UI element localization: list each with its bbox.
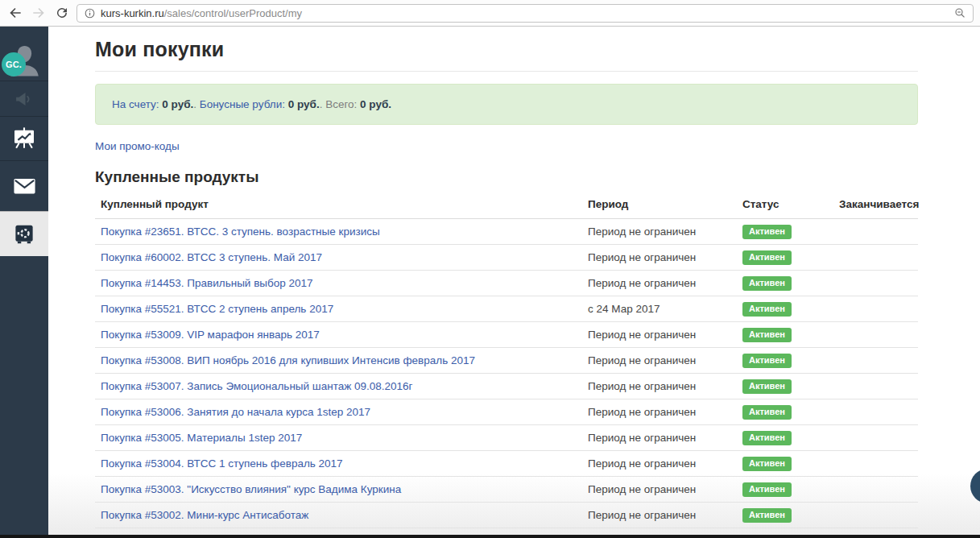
title-divider <box>95 71 918 72</box>
ends-cell <box>833 477 918 503</box>
sidebar-item-announcements[interactable] <box>0 81 48 116</box>
product-link[interactable]: Покупка #53007. Запись Эмоциональный шан… <box>101 380 412 392</box>
product-link[interactable]: Покупка #14453. Правильный выбор 2017 <box>101 277 313 289</box>
account-balance-link[interactable]: На счету: <box>112 98 159 110</box>
site-info-icon[interactable] <box>84 7 96 19</box>
product-link[interactable]: Покупка #53006. Занятия до начала курса … <box>101 406 370 418</box>
product-link[interactable]: Покупка #55521. ВТСС 2 ступень апрель 20… <box>101 303 333 315</box>
forward-button[interactable] <box>30 4 48 22</box>
table-row: Покупка #53008. ВИП ноябрь 2016 для купи… <box>95 348 918 374</box>
back-arrow-icon <box>7 5 23 21</box>
ends-cell <box>833 425 918 451</box>
envelope-icon <box>11 173 38 200</box>
separator: . <box>193 98 196 110</box>
period-cell: Период не ограничен <box>582 348 737 374</box>
presentation-chart-icon <box>11 126 37 151</box>
period-cell: Период не ограничен <box>582 271 737 296</box>
status-badge: Активен <box>742 276 792 291</box>
status-badge: Активен <box>742 379 792 394</box>
period-cell: Период не ограничен <box>582 503 737 528</box>
table-header-row: Купленный продукт Период Статус Заканчив… <box>95 194 918 219</box>
table-row: Покупка #55521. ВТСС 2 ступень апрель 20… <box>95 296 918 322</box>
page-zoom-icon[interactable] <box>953 6 966 19</box>
table-row: Покупка #23651. ВТСС. 3 ступень. возраст… <box>95 219 918 245</box>
sidebar-item-profile[interactable]: GC. <box>0 27 48 81</box>
product-link[interactable]: Покупка #53002. Мини-курс Антисаботаж <box>101 509 308 521</box>
avatar-badge: GC. <box>2 52 26 77</box>
ends-cell <box>833 399 918 425</box>
ends-cell <box>833 451 918 477</box>
period-cell: Период не ограничен <box>582 219 737 245</box>
safe-icon <box>12 222 36 246</box>
total-value: 0 руб. <box>360 98 391 110</box>
ends-cell <box>833 503 918 528</box>
bonus-rubles-value: 0 руб. <box>288 98 320 110</box>
status-badge: Активен <box>742 250 792 265</box>
period-cell: Период не ограничен <box>582 425 737 451</box>
ends-cell <box>833 322 918 348</box>
table-row: Покупка #53009. VIP марафон январь 2017 … <box>95 322 918 348</box>
table-row: Покупка #53002. Мини-курс Антисаботаж Пе… <box>95 503 918 528</box>
status-badge: Активен <box>742 457 792 471</box>
status-badge: Активен <box>742 328 792 342</box>
main-content: Мои покупки На счету: 0 руб.. Бонусные р… <box>48 27 980 535</box>
product-link[interactable]: Покупка #23651. ВТСС. 3 ступень. возраст… <box>101 226 380 238</box>
ends-cell <box>833 296 918 322</box>
total-label: Всего: <box>325 98 357 110</box>
reload-icon <box>55 6 69 20</box>
ends-cell <box>833 219 918 245</box>
period-cell: с 24 Мар 2017 <box>582 296 737 322</box>
reload-button[interactable] <box>53 4 71 22</box>
sidebar: GC. <box>0 27 48 535</box>
browser-toolbar: kurs-kurkin.ru/sales/control/userProduct… <box>0 0 980 27</box>
product-link[interactable]: Покупка #53004. ВТСС 1 ступень февраль 2… <box>101 457 343 470</box>
period-cell: Период не ограничен <box>582 245 737 271</box>
header-period: Период <box>582 194 737 219</box>
table-row: Покупка #53006. Занятия до начала курса … <box>95 399 918 425</box>
account-balance-value: 0 руб. <box>162 98 193 110</box>
address-bar[interactable]: kurs-kurkin.ru/sales/control/userProduct… <box>76 4 974 23</box>
sidebar-item-purchases[interactable] <box>0 211 48 256</box>
ends-cell <box>833 374 918 399</box>
product-link[interactable]: Покупка #53005. Материалы 1step 2017 <box>101 432 302 444</box>
back-button[interactable] <box>6 4 24 22</box>
period-cell: Период не ограничен <box>582 399 737 425</box>
sidebar-item-trainings[interactable] <box>0 116 48 160</box>
product-link[interactable]: Покупка #53003. "Искусство влияния" курс… <box>101 483 401 495</box>
product-link[interactable]: Покупка #60002. ВТСС 3 ступень. Май 2017 <box>101 251 322 263</box>
footer-edge <box>0 535 980 538</box>
status-badge: Активен <box>742 482 792 497</box>
ends-cell <box>833 245 918 271</box>
period-cell: Период не ограничен <box>582 477 737 503</box>
period-cell: Период не ограничен <box>582 451 737 477</box>
status-badge: Активен <box>742 508 792 523</box>
page-title: Мои покупки <box>95 38 918 61</box>
table-row: Покупка #53007. Запись Эмоциональный шан… <box>95 374 918 399</box>
balance-banner: На счету: 0 руб.. Бонусные рубли: 0 руб.… <box>95 84 918 125</box>
bonus-rubles-link[interactable]: Бонусные рубли: <box>200 98 285 110</box>
header-product: Купленный продукт <box>95 194 582 219</box>
status-badge: Активен <box>742 431 792 445</box>
ends-cell <box>833 348 918 374</box>
product-link[interactable]: Покупка #53009. VIP марафон январь 2017 <box>101 329 320 341</box>
status-badge: Активен <box>742 225 792 239</box>
section-title: Купленные продукты <box>95 168 918 186</box>
sidebar-item-messages[interactable] <box>0 160 48 211</box>
product-link[interactable]: Покупка #53008. ВИП ноябрь 2016 для купи… <box>101 354 475 366</box>
table-row: Покупка #53004. ВТСС 1 ступень февраль 2… <box>95 451 918 477</box>
forward-arrow-icon <box>31 5 47 21</box>
period-cell: Период не ограничен <box>582 322 737 348</box>
url-host: kurs-kurkin.ru <box>101 7 164 19</box>
megaphone-icon <box>13 88 35 110</box>
purchases-table: Купленный продукт Период Статус Заканчив… <box>95 194 918 528</box>
separator: . <box>320 98 323 110</box>
status-badge: Активен <box>742 405 792 420</box>
promo-codes-link[interactable]: Мои промо-коды <box>95 140 180 152</box>
table-row: Покупка #60002. ВТСС 3 ступень. Май 2017… <box>95 245 918 271</box>
table-row: Покупка #53003. "Искусство влияния" курс… <box>95 477 918 503</box>
url-path: /sales/control/userProduct/my <box>164 7 302 19</box>
header-ends: Заканчивается <box>833 194 918 219</box>
url-text: kurs-kurkin.ru/sales/control/userProduct… <box>101 7 302 19</box>
header-status: Статус <box>737 194 833 219</box>
period-cell: Период не ограничен <box>582 374 737 399</box>
